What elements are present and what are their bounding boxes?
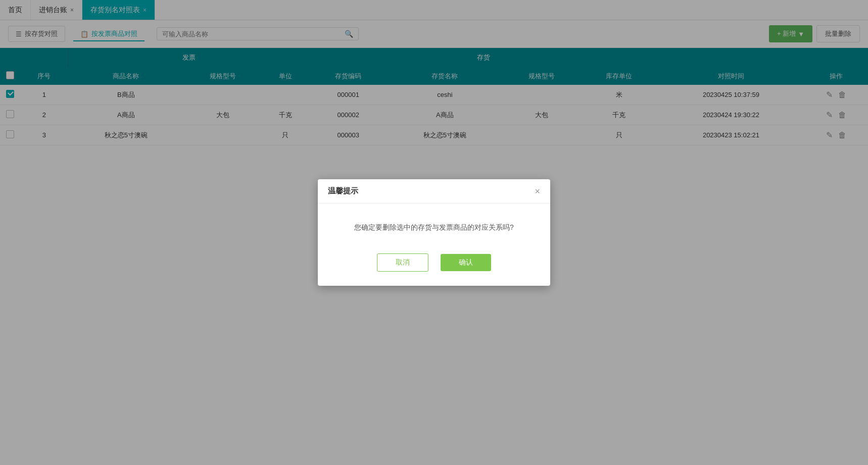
- cancel-label: 取消: [396, 258, 410, 266]
- cancel-button[interactable]: 取消: [377, 253, 428, 272]
- confirm-label: 确认: [459, 258, 473, 266]
- dialog-title: 温馨提示: [328, 186, 358, 196]
- dialog-message: 您确定要删除选中的存货与发票商品的对应关系吗?: [354, 223, 514, 231]
- modal-overlay: 温馨提示 × 您确定要删除选中的存货与发票商品的对应关系吗? 取消 确认: [0, 0, 868, 465]
- dialog-body: 您确定要删除选中的存货与发票商品的对应关系吗?: [318, 203, 550, 245]
- confirm-button[interactable]: 确认: [441, 254, 491, 271]
- dialog-header: 温馨提示 ×: [318, 179, 550, 203]
- confirm-dialog: 温馨提示 × 您确定要删除选中的存货与发票商品的对应关系吗? 取消 确认: [318, 179, 550, 285]
- dialog-close-btn[interactable]: ×: [535, 187, 540, 196]
- dialog-footer: 取消 确认: [318, 245, 550, 286]
